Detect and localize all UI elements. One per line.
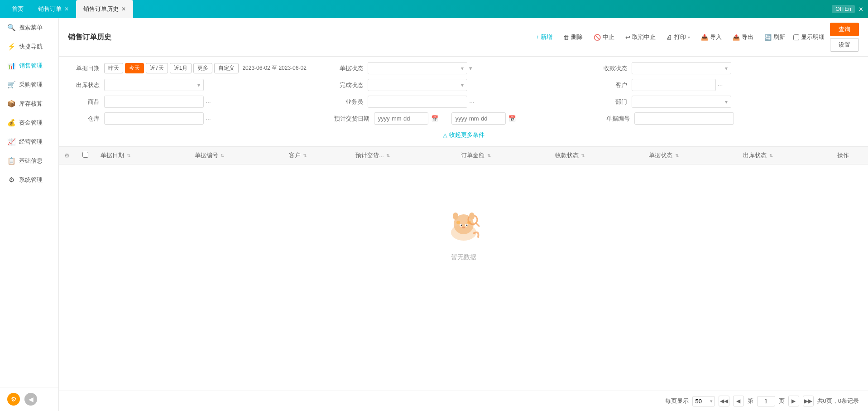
main-layout: 🔍 搜索菜单 ⚡ 快捷导航 📊 销售管理 🛒 采购管理 📦 库存核算 💰 资金管… xyxy=(0,18,868,411)
department-control xyxy=(632,96,859,108)
product-ellipsis-btn[interactable]: ··· xyxy=(204,98,213,106)
prev-page-button[interactable]: ◀ xyxy=(733,396,744,406)
sidebar-collapse-icon[interactable]: ◀ xyxy=(24,393,37,406)
th-receipt-status-sort[interactable]: ⇅ xyxy=(581,153,585,158)
first-page-button[interactable]: ◀◀ xyxy=(719,396,729,406)
outbound-status-label: 出库状态 xyxy=(68,81,104,89)
date-btn-today[interactable]: 今天 xyxy=(125,63,144,73)
collapse-row[interactable]: △ 收起更多条件 xyxy=(68,129,859,141)
outbound-status-select[interactable] xyxy=(104,79,204,91)
th-bill-no-sort[interactable]: ⇅ xyxy=(221,153,224,158)
completion-status-control xyxy=(368,79,595,91)
content-area: 销售订单历史 + 新增 🗑 删除 🚫 中止 ↩ 取消中止 🖨 打印 xyxy=(59,18,868,411)
print-icon: 🖨 xyxy=(667,34,672,41)
last-page-button[interactable]: ▶▶ xyxy=(803,396,814,406)
tab-home[interactable]: 首页 xyxy=(5,0,31,18)
query-button[interactable]: 查询 xyxy=(830,23,859,36)
bill-no-input[interactable] xyxy=(634,112,734,125)
ops-mgmt-icon: 📈 xyxy=(7,138,15,146)
th-outbound-status[interactable]: 出库状态 ⇅ xyxy=(738,147,832,164)
department-select[interactable] xyxy=(632,96,731,108)
sidebar-settings-icon[interactable]: ⚙ xyxy=(7,393,20,406)
table-settings-gear[interactable]: ⚙ xyxy=(64,152,70,159)
sidebar-item-sales-mgmt[interactable]: 📊 销售管理 xyxy=(0,56,58,75)
date-from-input[interactable] xyxy=(374,112,428,125)
sidebar-item-inventory-check[interactable]: 📦 库存核算 xyxy=(0,94,58,113)
new-button[interactable]: + 新增 xyxy=(533,31,555,43)
date-quick-btns: 昨天 今天 近7天 近1月 更多 自定义 xyxy=(104,63,239,73)
tab-sales-order-history-close[interactable]: ✕ xyxy=(121,6,126,12)
th-expected-date[interactable]: 预计交货... ⇅ xyxy=(350,147,456,164)
th-bill-no[interactable]: 单据编号 ⇅ xyxy=(189,147,283,164)
date-btn-more[interactable]: 更多 xyxy=(193,63,212,73)
customer-input[interactable] xyxy=(632,79,716,91)
date-btn-custom[interactable]: 自定义 xyxy=(214,63,239,73)
sidebar-item-quick-nav-label: 快捷导航 xyxy=(19,43,43,51)
th-outbound-status-sort[interactable]: ⇅ xyxy=(769,153,773,158)
tab-sales-order-history[interactable]: 销售订单历史 ✕ xyxy=(76,0,133,18)
salesperson-ellipsis-btn[interactable]: ··· xyxy=(467,98,476,106)
th-expected-date-sort[interactable]: ⇅ xyxy=(386,153,390,158)
product-input[interactable] xyxy=(104,96,204,108)
page-size-select[interactable]: 50 20 100 xyxy=(692,396,715,406)
bill-status-select[interactable] xyxy=(368,62,467,74)
th-bill-status-sort[interactable]: ⇅ xyxy=(675,153,679,158)
th-bill-status[interactable]: 单据状态 ⇅ xyxy=(643,147,738,164)
data-table: ⚙ 单据日期 ⇅ 单据编号 ⇅ xyxy=(59,147,868,280)
display-detail-toggle[interactable]: 显示明细 xyxy=(793,33,825,41)
tab-home-label: 首页 xyxy=(12,5,24,13)
receipt-status-select[interactable] xyxy=(632,62,731,74)
empty-text: 暂无数据 xyxy=(451,253,476,261)
customer-ellipsis-btn[interactable]: ··· xyxy=(716,82,725,89)
bill-no-control xyxy=(634,112,859,125)
th-date[interactable]: 单据日期 ⇅ xyxy=(95,147,189,164)
sidebar-item-basic-info[interactable]: 📋 基础信息 xyxy=(0,151,58,170)
refresh-button[interactable]: 🔄 刷新 xyxy=(762,31,788,43)
th-receipt-status[interactable]: 收款状态 ⇅ xyxy=(550,147,644,164)
calendar-from-icon[interactable]: 📅 xyxy=(431,115,438,122)
date-to-input[interactable] xyxy=(451,112,506,125)
select-all-checkbox[interactable] xyxy=(82,152,88,158)
delete-button[interactable]: 🗑 删除 xyxy=(561,31,585,43)
completion-status-select-wrapper xyxy=(368,79,467,91)
import-button[interactable]: 📥 导入 xyxy=(698,31,724,43)
customer-control: ··· xyxy=(632,79,859,91)
settings-button[interactable]: 设置 xyxy=(830,38,859,52)
display-detail-checkbox[interactable] xyxy=(793,34,799,40)
th-order-amount-sort[interactable]: ⇅ xyxy=(487,153,491,158)
stop-button[interactable]: 🚫 中止 xyxy=(591,31,617,43)
completion-status-select[interactable] xyxy=(368,79,467,91)
sidebar-item-capital-mgmt[interactable]: 💰 资金管理 xyxy=(0,113,58,132)
sidebar-item-quick-nav[interactable]: ⚡ 快捷导航 xyxy=(0,37,58,56)
th-expected-date-label: 预计交货... xyxy=(355,152,384,159)
print-button[interactable]: 🖨 打印 ▾ xyxy=(664,31,693,43)
date-btn-1month[interactable]: 近1月 xyxy=(170,63,192,73)
window-close-icon[interactable]: ✕ xyxy=(858,6,863,13)
capital-mgmt-icon: 💰 xyxy=(7,119,15,127)
th-customer-sort[interactable]: ⇅ xyxy=(303,153,307,158)
date-btn-yesterday[interactable]: 昨天 xyxy=(104,63,123,73)
sidebar-item-search-menu[interactable]: 🔍 搜索菜单 xyxy=(0,18,58,37)
svg-point-6 xyxy=(460,225,462,226)
th-order-amount[interactable]: 订单金额 ⇅ xyxy=(456,147,550,164)
tab-sales-order[interactable]: 销售订单 ✕ xyxy=(31,0,76,18)
th-customer[interactable]: 客户 ⇅ xyxy=(283,147,350,164)
import-icon: 📥 xyxy=(701,34,708,41)
next-page-button[interactable]: ▶ xyxy=(788,396,799,406)
tab-sales-order-close[interactable]: ✕ xyxy=(64,6,69,12)
warehouse-ellipsis-btn[interactable]: ··· xyxy=(204,115,213,122)
salesperson-input[interactable] xyxy=(368,96,467,108)
sidebar-item-sys-mgmt[interactable]: ⚙ 系统管理 xyxy=(0,170,58,189)
date-btn-7days[interactable]: 近7天 xyxy=(146,63,168,73)
page-number-input[interactable]: 1 xyxy=(757,396,775,406)
product-label: 商品 xyxy=(68,98,104,106)
sidebar-item-ops-mgmt[interactable]: 📈 经营管理 xyxy=(0,132,58,151)
sidebar-item-purchase-mgmt[interactable]: 🛒 采购管理 xyxy=(0,75,58,94)
th-date-sort[interactable]: ⇅ xyxy=(127,153,130,158)
th-actions-label: 操作 xyxy=(837,152,849,159)
warehouse-input[interactable] xyxy=(104,112,204,125)
calendar-to-icon[interactable]: 📅 xyxy=(508,115,516,122)
cancel-stop-button[interactable]: ↩ 取消中止 xyxy=(623,31,658,43)
delete-label: 删除 xyxy=(571,33,583,41)
export-button[interactable]: 📤 导出 xyxy=(730,31,756,43)
